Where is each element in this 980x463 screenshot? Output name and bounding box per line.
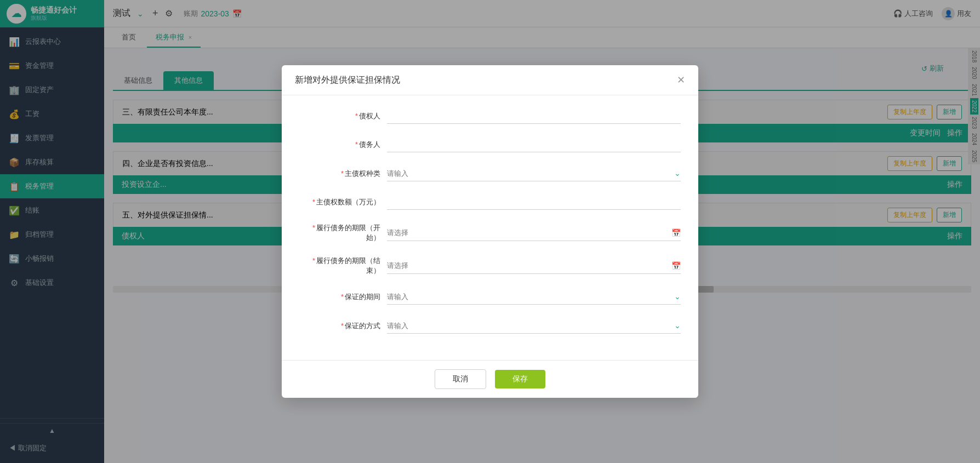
form-row-debt-amount: *主债权数额（万元） [299, 195, 681, 210]
required-mark: * [341, 169, 344, 178]
required-mark: * [355, 112, 358, 120]
debtor-input[interactable] [387, 137, 681, 152]
guarantee-method-input[interactable] [387, 322, 674, 330]
cancel-button[interactable]: 取消 [435, 369, 486, 389]
form-row-debtor: *债务人 [299, 137, 681, 152]
modal-header: 新增对外提供保证担保情况 ✕ [282, 65, 698, 95]
form-row-guarantee-period: *保证的期间 ⌄ [299, 289, 681, 305]
period-end-date[interactable]: 📅 [387, 258, 681, 274]
chevron-down-icon3[interactable]: ⌄ [674, 321, 681, 330]
period-end-label: *履行债务的期限（结束） [299, 256, 387, 276]
modal-footer: 取消 保存 [282, 360, 698, 398]
chevron-down-icon2[interactable]: ⌄ [674, 292, 681, 301]
guarantee-method-select[interactable]: ⌄ [387, 318, 681, 334]
required-mark: * [341, 293, 344, 301]
period-start-label: *履行债务的期限（开始） [299, 223, 387, 243]
guarantee-period-select[interactable]: ⌄ [387, 289, 681, 305]
modal-overlay[interactable]: 新增对外提供保证担保情况 ✕ *债权人 *债务人 *主债权种类 [0, 0, 980, 463]
modal-body: *债权人 *债务人 *主债权种类 ⌄ [282, 95, 698, 360]
modal-title: 新增对外提供保证担保情况 [295, 75, 400, 86]
form-row-creditor: *债权人 [299, 108, 681, 124]
chevron-down-icon[interactable]: ⌄ [674, 169, 681, 178]
debt-type-select[interactable]: ⌄ [387, 165, 681, 181]
creditor-label: *债权人 [299, 111, 387, 121]
guarantee-period-label: *保证的期间 [299, 292, 387, 302]
guarantee-method-label: *保证的方式 [299, 321, 387, 331]
form-row-debt-type: *主债权种类 ⌄ [299, 165, 681, 181]
period-start-date[interactable]: 📅 [387, 225, 681, 241]
debt-amount-input[interactable] [387, 195, 681, 210]
form-row-period-start: *履行债务的期限（开始） 📅 [299, 223, 681, 243]
modal-close-button[interactable]: ✕ [677, 74, 685, 86]
required-mark: * [341, 322, 344, 330]
debtor-label: *债务人 [299, 140, 387, 150]
required-mark: * [312, 224, 315, 232]
form-row-period-end: *履行债务的期限（结束） 📅 [299, 256, 681, 276]
required-mark: * [312, 198, 315, 206]
debt-type-input[interactable] [387, 169, 674, 178]
save-button[interactable]: 保存 [495, 370, 545, 388]
debt-type-label: *主债权种类 [299, 169, 387, 179]
calendar-start-icon[interactable]: 📅 [671, 228, 681, 237]
calendar-end-icon[interactable]: 📅 [671, 261, 681, 270]
period-start-input[interactable] [387, 228, 671, 237]
debt-amount-label: *主债权数额（万元） [299, 197, 387, 207]
required-mark: * [355, 140, 358, 148]
form-row-guarantee-method: *保证的方式 ⌄ [299, 318, 681, 334]
modal: 新增对外提供保证担保情况 ✕ *债权人 *债务人 *主债权种类 [282, 65, 698, 398]
required-mark: * [312, 256, 315, 265]
guarantee-period-input[interactable] [387, 293, 674, 301]
creditor-input[interactable] [387, 108, 681, 124]
period-end-input[interactable] [387, 261, 671, 270]
